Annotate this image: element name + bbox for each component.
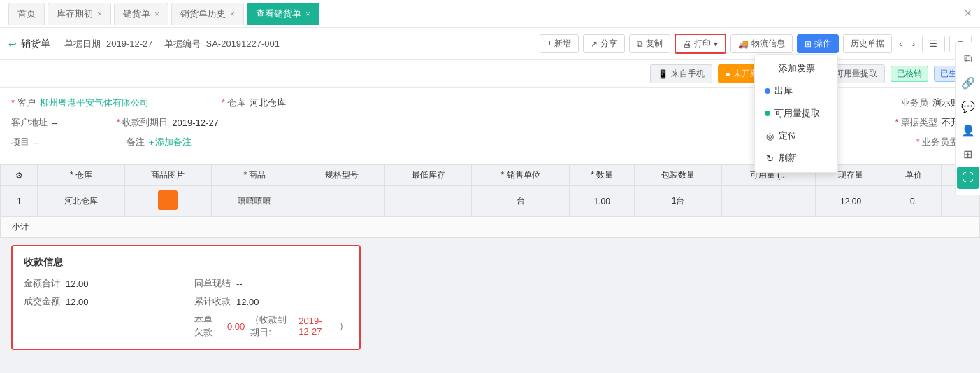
payment-outstanding-note: （收款到期日:	[250, 314, 293, 339]
product-table: ⚙ * 仓库 商品图片 * 商品 规格型号 最低库存 * 销售单位 * 数量 包…	[0, 164, 980, 238]
share-icon: ↗	[591, 39, 598, 49]
history-button[interactable]: 历史单据	[843, 34, 892, 53]
row-spec	[298, 186, 385, 217]
tab-sales-history-close[interactable]: ×	[230, 9, 235, 19]
subtotal-label: 小计	[1, 217, 980, 238]
tab-view-sales-close[interactable]: ×	[305, 9, 310, 19]
payment-outstanding: 本单欠款 0.00 （收款到期日: 2019-12-27 ）	[194, 314, 348, 339]
dropdown-outbound[interactable]: 出库	[755, 80, 837, 102]
dropdown-available-qty-label: 可用量提取	[774, 107, 820, 120]
row-avail-qty	[721, 186, 815, 217]
address-value: --	[52, 118, 58, 128]
remark-add-button[interactable]: + 添加备注	[149, 136, 192, 148]
print-button[interactable]: 🖨 打印 ▾	[676, 35, 725, 52]
payment-deal: 成交金额 12.00	[24, 295, 178, 308]
copy-icon: ⧉	[637, 39, 643, 49]
warehouse-value: 河北仓库	[250, 97, 286, 109]
refresh-icon: ↻	[765, 153, 774, 164]
from-phone-button[interactable]: 📱 来自手机	[650, 64, 712, 83]
col-min-stock: 最低库存	[385, 165, 472, 186]
share-button[interactable]: ↗ 分享	[583, 34, 625, 53]
checkbox-icon	[765, 64, 774, 73]
payment-settlement-label: 同单现结	[194, 277, 231, 290]
payment-outstanding-date: 2019-12-27	[298, 316, 333, 337]
payment-cumulative-value: 12.00	[236, 297, 259, 307]
sidebar-table-icon[interactable]: ⊞	[957, 143, 979, 165]
row-stock-qty: 12.00	[816, 186, 886, 217]
payment-section: 收款信息 金额合计 12.00 同单现结 -- 成交金额 12.00 累计收款 …	[11, 245, 361, 350]
row-unit: 台	[472, 186, 569, 217]
doc-type-label: 销货单	[21, 38, 50, 50]
doc-type: ↩ 销货单	[8, 38, 50, 50]
col-spec: 规格型号	[298, 165, 385, 186]
tab-sales-close[interactable]: ×	[154, 9, 159, 19]
tab-sales[interactable]: 销货单 ×	[114, 3, 168, 25]
customer-value[interactable]: 柳州粤港平安气体有限公司	[40, 97, 149, 109]
phone-icon: 📱	[658, 69, 668, 79]
tab-sales-history[interactable]: 销货单历史 ×	[171, 3, 244, 25]
product-table-container: ⚙ * 仓库 商品图片 * 商品 规格型号 最低库存 * 销售单位 * 数量 包…	[0, 164, 980, 238]
doc-info: 单据日期 2019-12-27 单据编号 SA-20191227-001	[64, 38, 280, 50]
nav-prev[interactable]: ‹	[896, 38, 905, 49]
dropdown-refresh-label: 刷新	[779, 152, 797, 164]
view-list-button[interactable]: ☰	[922, 36, 945, 52]
sold-badge: 已核销	[891, 66, 928, 82]
payment-total-label: 金额合计	[24, 277, 60, 290]
tab-home[interactable]: 首页	[8, 3, 45, 25]
col-qty: * 数量	[569, 165, 635, 186]
payment-title: 收款信息	[24, 256, 348, 269]
remark-label: 备注	[127, 136, 145, 148]
tab-view-sales[interactable]: 查看销货单 ×	[247, 3, 319, 25]
dropdown-outbound-label: 出库	[774, 85, 793, 97]
dropdown-locate[interactable]: ◎ 定位	[755, 125, 837, 147]
customer-field: 客户 柳州粤港平安气体有限公司	[11, 97, 149, 109]
tab-inventory-close[interactable]: ×	[97, 9, 102, 19]
sidebar-copy-icon[interactable]: ⧉	[957, 48, 979, 70]
row-min-stock	[385, 186, 472, 217]
tab-sales-history-label: 销货单历史	[180, 8, 226, 20]
tab-sales-label: 销货单	[123, 8, 150, 20]
locate-icon: ◎	[765, 131, 774, 141]
col-img: 商品图片	[124, 165, 211, 186]
copy-button[interactable]: ⧉ 复制	[629, 34, 670, 53]
tab-view-sales-label: 查看销货单	[256, 8, 301, 20]
sidebar-person-icon[interactable]: 👤	[957, 119, 979, 141]
due-date-label: 收款到期日	[117, 116, 168, 129]
new-button[interactable]: + 新增	[540, 34, 579, 53]
col-warehouse: * 仓库	[38, 165, 124, 186]
top-tabs: 首页 库存期初 × 销货单 × 销货单历史 × 查看销货单 × ×	[0, 0, 980, 28]
project-label: 项目	[11, 136, 29, 148]
address-label: 客户地址	[11, 116, 48, 129]
due-date-value: 2019-12-27	[172, 118, 219, 128]
logistics-button[interactable]: 🚚 物流信息	[730, 34, 793, 53]
nav-next[interactable]: ›	[909, 38, 918, 49]
print-highlight: 🖨 打印 ▾	[675, 34, 726, 54]
payment-total: 金额合计 12.00	[24, 277, 178, 290]
plus-icon: +	[149, 137, 154, 148]
payment-deal-label: 成交金额	[24, 295, 60, 308]
dropdown-available-qty[interactable]: 可用量提取	[755, 102, 837, 125]
row-pack-qty: 1台	[635, 186, 721, 217]
radio-blue-icon	[765, 88, 770, 94]
due-date-field: 收款到期日 2019-12-27	[117, 116, 219, 129]
payment-outstanding-value: 0.00	[227, 321, 245, 332]
sidebar-chat-icon[interactable]: 💬	[957, 95, 979, 118]
sidebar-link-icon[interactable]: 🔗	[957, 71, 979, 94]
operations-dropdown: 添加发票 出库 可用量提取 ◎ 定位 ↻	[754, 54, 838, 173]
row-product: 嘻嘻嘻嘻	[211, 186, 298, 217]
tab-inventory[interactable]: 库存期初 ×	[48, 3, 111, 25]
payment-outstanding-label: 本单欠款	[194, 314, 222, 339]
window-close-button[interactable]: ×	[964, 6, 972, 21]
dropdown-refresh[interactable]: ↻ 刷新	[755, 147, 837, 169]
sidebar-expand-icon[interactable]: ⛶	[957, 167, 979, 189]
toolbar-actions: + 新增 ↗ 分享 ⧉ 复制 🖨 打印 ▾ 🚚 物流信息	[540, 34, 972, 54]
payment-outstanding-end: ）	[339, 320, 348, 332]
col-gear[interactable]: ⚙	[1, 165, 38, 186]
operations-button[interactable]: ⊞ 操作 添加发票 出库 可用量提取	[797, 34, 839, 53]
doc-icon: ↩	[8, 38, 17, 50]
product-image	[158, 190, 178, 210]
col-pack-qty: 包装数量	[635, 165, 721, 186]
dropdown-add-invoice[interactable]: 添加发票	[755, 57, 837, 80]
payment-settlement: 同单现结 --	[194, 277, 348, 290]
customer-label: 客户	[11, 97, 36, 109]
